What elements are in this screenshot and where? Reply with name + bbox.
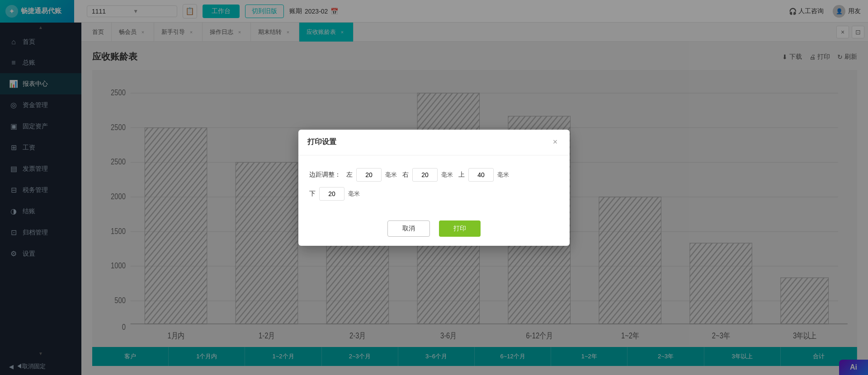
print-dialog: 打印设置 × 边距调整： 左 毫米 右 毫米 上 毫米: [298, 130, 570, 246]
modal-close-button[interactable]: ×: [550, 137, 561, 148]
top-label: 上: [458, 171, 465, 179]
margin-form-row: 边距调整： 左 毫米 右 毫米 上 毫米 下: [309, 168, 559, 201]
margin-right-group: 右 毫米: [402, 168, 453, 182]
modal-footer: 取消 打印: [298, 213, 570, 246]
print-confirm-button[interactable]: 打印: [439, 220, 481, 237]
margin-left-group: 左 毫米: [346, 168, 397, 182]
top-input[interactable]: [468, 168, 494, 182]
modal-overlay: 打印设置 × 边距调整： 左 毫米 右 毫米 上 毫米: [0, 0, 868, 375]
top-unit: 毫米: [497, 171, 509, 179]
margin-bottom-group: 下 毫米: [309, 187, 360, 201]
bottom-input[interactable]: [319, 187, 344, 201]
modal-header: 打印设置 ×: [298, 130, 570, 155]
modal-title: 打印设置: [307, 137, 336, 147]
cancel-button[interactable]: 取消: [387, 220, 430, 237]
modal-body: 边距调整： 左 毫米 右 毫米 上 毫米 下: [298, 155, 570, 213]
left-label: 左: [346, 171, 353, 179]
right-label: 右: [402, 171, 409, 179]
left-input[interactable]: [356, 168, 382, 182]
left-unit: 毫米: [385, 171, 397, 179]
right-input[interactable]: [412, 168, 438, 182]
margin-label: 边距调整：: [309, 171, 341, 179]
margin-top-group: 上 毫米: [458, 168, 509, 182]
right-unit: 毫米: [441, 171, 453, 179]
bottom-unit: 毫米: [348, 190, 360, 198]
bottom-label: 下: [309, 190, 316, 198]
